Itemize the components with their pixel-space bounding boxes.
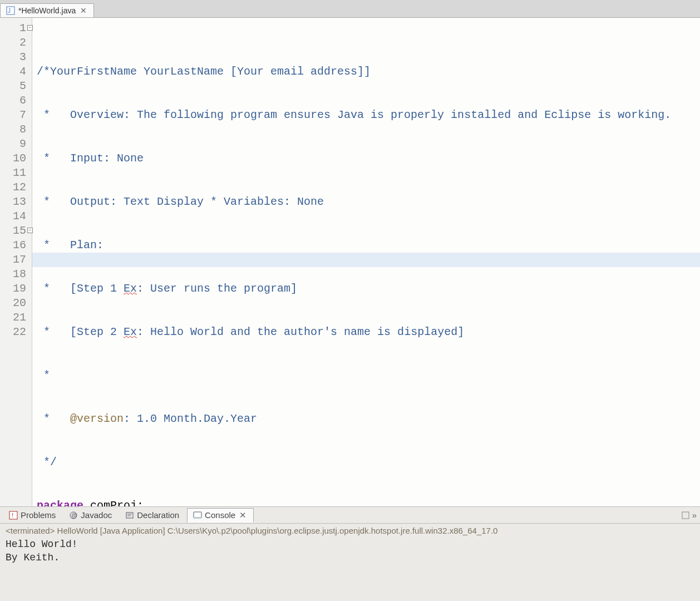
tab-label: Console: [205, 510, 235, 520]
close-console-icon[interactable]: ✕: [238, 510, 248, 520]
code-text: * Output: Text Display * Variables: None: [37, 195, 324, 208]
line-number: 15−: [0, 224, 32, 238]
tab-console[interactable]: Console ✕: [187, 508, 254, 523]
tab-javadoc[interactable]: @ Javadoc: [63, 509, 117, 521]
line-number: 6: [0, 93, 32, 108]
line-number: 17: [0, 253, 32, 267]
line-number: 18: [0, 267, 32, 282]
tab-declaration[interactable]: Declaration: [120, 509, 185, 521]
close-tab-icon[interactable]: ✕: [79, 6, 88, 15]
code-text: package comProj;: [37, 499, 144, 506]
code-text: * Overview: The following program ensure…: [37, 109, 671, 121]
line-number: 2: [0, 36, 32, 50]
tab-label: Javadoc: [81, 510, 112, 520]
console-output-line: By Keith.: [0, 551, 700, 564]
code-editor[interactable]: 1− 2 3 4 5 6 7 8 9 10 11 12 13 14 15− 16…: [0, 18, 700, 506]
tab-helloworld-java[interactable]: J *HelloWorld.java ✕: [0, 3, 94, 17]
code-area[interactable]: /*YourFirstName YourLastName [Your email…: [32, 18, 700, 506]
svg-rect-6: [126, 513, 133, 518]
current-line-highlight: [32, 253, 700, 267]
code-text: * Plan:: [37, 239, 103, 252]
code-text: *: [37, 369, 50, 382]
tab-label: Declaration: [137, 510, 179, 520]
line-number: 13: [0, 195, 32, 209]
chevron-icon[interactable]: »: [692, 510, 697, 520]
console-header: <terminated> HelloWorld [Java Applicatio…: [0, 524, 700, 538]
line-number: 16: [0, 238, 32, 253]
line-number: 21: [0, 311, 32, 325]
pin-icon[interactable]: [681, 511, 690, 520]
java-file-icon: J: [6, 6, 15, 15]
code-text: * Input: None: [37, 152, 144, 165]
declaration-icon: [125, 511, 134, 520]
svg-text:@: @: [71, 513, 77, 519]
line-number: 1−: [0, 21, 32, 36]
code-text: * @version: 1.0 Month.Day.Year: [37, 412, 257, 425]
console-icon: [193, 511, 202, 520]
editor-tab-bar: J *HelloWorld.java ✕: [0, 0, 700, 18]
code-text: * [Step 1 Ex: User runs the program]: [37, 282, 297, 295]
code-text: */: [37, 456, 57, 469]
line-number: 12: [0, 180, 32, 195]
line-number: 7: [0, 108, 32, 122]
line-number: 11: [0, 166, 32, 180]
line-number: 4: [0, 65, 32, 79]
line-number: 3: [0, 50, 32, 65]
tab-label: Problems: [21, 510, 56, 520]
svg-rect-11: [682, 512, 689, 519]
javadoc-icon: @: [69, 511, 78, 520]
line-number: 5: [0, 79, 32, 93]
console-output-line: Hello World!: [0, 538, 700, 551]
line-number: 10: [0, 151, 32, 166]
line-number: 20: [0, 296, 32, 311]
tab-problems[interactable]: ! Problems: [3, 509, 61, 521]
code-text: /*YourFirstName YourLastName [Your email…: [37, 65, 371, 78]
tab-filename: *HelloWorld.java: [18, 6, 76, 15]
code-text: * [Step 2 Ex: Hello World and the author…: [37, 326, 464, 338]
line-number: 14: [0, 209, 32, 224]
bottom-tab-bar: ! Problems @ Javadoc Declaration Console…: [0, 507, 700, 524]
bottom-panel: ! Problems @ Javadoc Declaration Console…: [0, 506, 700, 601]
svg-text:!: !: [12, 512, 13, 519]
line-number: 22: [0, 325, 32, 339]
svg-rect-10: [194, 517, 201, 519]
line-number-gutter: 1− 2 3 4 5 6 7 8 9 10 11 12 13 14 15− 16…: [0, 18, 32, 506]
line-number: 9: [0, 137, 32, 151]
line-number: 19: [0, 282, 32, 296]
problems-icon: !: [9, 511, 18, 520]
line-number: 8: [0, 122, 32, 137]
svg-text:J: J: [8, 8, 11, 14]
